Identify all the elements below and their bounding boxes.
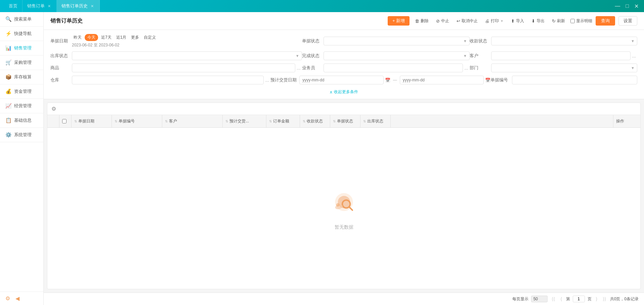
operations-icon: 📈 [5, 103, 11, 109]
date-btn-custom[interactable]: 自定义 [142, 34, 158, 41]
system-icon: ⚙️ [5, 132, 11, 138]
print-btn[interactable]: 🖨 打印 ▼ [483, 17, 506, 25]
calendar-from-icon[interactable]: 📅 [385, 78, 390, 83]
import-btn[interactable]: ⬆ 导入 [509, 17, 526, 25]
out-status-select[interactable] [72, 51, 302, 60]
sort-date-icon[interactable]: ⇅ [74, 119, 77, 123]
sidebar-item-sales[interactable]: 📊 销售管理 [0, 41, 43, 55]
sidebar-settings-btn[interactable]: ⚙ [5, 295, 10, 302]
tab-home[interactable]: 首页 [4, 0, 23, 12]
customer-input[interactable] [491, 51, 631, 60]
date-btn-today[interactable]: 今天 [85, 34, 98, 41]
prev-page-btn[interactable]: ⟨ [559, 296, 563, 302]
salesperson-dots-btn[interactable]: ... [463, 65, 470, 71]
th-out-status: ⇅ 出库状态 [360, 115, 391, 127]
sort-expected-date-icon[interactable]: ⇅ [225, 119, 228, 123]
date-range-display: 2023-06-02 至 2023-06-02 [72, 42, 158, 48]
refresh-btn[interactable]: ↻ 刷新 [550, 17, 567, 25]
cancel-stop-btn[interactable]: ↩ 取消中止 [455, 17, 480, 25]
filter-out-status: 出库状态 ▼ [50, 51, 302, 60]
bill-number-input[interactable] [512, 76, 637, 84]
export-icon: ⬇ [531, 18, 535, 24]
last-page-btn[interactable]: ⟩⟩ [601, 296, 607, 302]
complete-status-select[interactable] [324, 51, 470, 60]
page-size-container: 10 20 50 100 [531, 296, 548, 302]
print-icon: 🖨 [485, 18, 489, 24]
sidebar-item-search[interactable]: 🔍 搜索菜单 [0, 12, 43, 27]
bill-status-select[interactable] [324, 37, 470, 45]
th-bill-no-label: 单据编号 [119, 118, 135, 124]
sort-bill-no-icon[interactable]: ⇅ [115, 119, 117, 123]
sidebar-item-sales-label: 销售管理 [14, 45, 32, 51]
sort-bill-status-icon[interactable]: ⇅ [333, 119, 336, 123]
filter-warehouse: 仓库 ... [50, 76, 270, 84]
tab-sales-order-history-close[interactable]: ✕ [90, 4, 95, 9]
display-toggle-checkbox[interactable] [570, 19, 575, 23]
purchase-icon: 🛒 [5, 60, 11, 66]
next-page-btn[interactable]: ⟩ [594, 296, 599, 302]
salesperson-label: 业务员 [302, 65, 321, 71]
th-payment-status: ⇅ 收款状态 [300, 115, 330, 127]
page-size-select[interactable]: 10 20 50 100 [531, 296, 548, 302]
filter-department: 部门 ▼ [470, 64, 637, 72]
date-btn-last1m[interactable]: 近1月 [115, 34, 128, 41]
page-number-input[interactable] [573, 296, 585, 302]
settings-btn[interactable]: 设置 [618, 16, 637, 26]
th-expected-date-label: 预计交货... [229, 118, 249, 124]
search-icon: 🔍 [5, 16, 11, 22]
goods-dots-btn[interactable]: ... [295, 65, 302, 71]
delete-btn[interactable]: 🗑 删除 [413, 17, 431, 25]
sort-order-amount-icon[interactable]: ⇅ [269, 119, 272, 123]
quick-nav-icon: ⚡ [5, 31, 11, 37]
sidebar-item-basic-info[interactable]: 📋 基础信息 [0, 113, 43, 128]
sidebar-item-inventory-label: 库存核算 [14, 74, 32, 80]
stop-btn[interactable]: ⊘ 中止 [434, 17, 451, 25]
warehouse-dots-btn[interactable]: ... [264, 77, 270, 83]
pagination: 每页显示 10 20 50 100 ⟨⟨ ⟨ 第 页 ⟩ ⟩⟩ 共0页，0条记录 [44, 293, 644, 305]
complete-status-control: ▼ [324, 51, 470, 60]
sort-customer-icon[interactable]: ⇅ [165, 119, 168, 123]
payment-status-select[interactable] [491, 37, 637, 45]
maximize-btn[interactable]: □ [624, 2, 630, 10]
date-btn-yesterday[interactable]: 昨天 [72, 34, 83, 41]
table-body: 暂无数据 [47, 128, 640, 289]
new-btn[interactable]: + 新增 [388, 16, 410, 26]
date-btn-last7[interactable]: 近7天 [99, 34, 113, 41]
export-btn[interactable]: ⬇ 导出 [529, 17, 547, 25]
close-btn[interactable]: ✕ [633, 2, 640, 11]
sidebar-item-inventory[interactable]: 📦 库存核算 [0, 70, 43, 84]
expected-date-to-input[interactable] [400, 76, 484, 84]
sidebar-item-search-label: 搜索菜单 [14, 16, 32, 22]
tab-sales-order-close[interactable]: ✕ [47, 4, 52, 9]
display-toggle: 显示明细 [570, 18, 592, 24]
date-btn-more[interactable]: 更多 [129, 34, 141, 41]
sidebar-item-finance[interactable]: 💰 资金管理 [0, 84, 43, 99]
minimize-btn[interactable]: — [613, 2, 621, 10]
refresh-icon: ↻ [552, 18, 556, 24]
calendar-to-icon[interactable]: 📅 [485, 78, 490, 83]
select-all-checkbox[interactable] [62, 119, 67, 123]
sort-payment-status-icon[interactable]: ⇅ [303, 119, 305, 123]
first-page-btn[interactable]: ⟨⟨ [550, 296, 556, 302]
sidebar-item-quick-nav[interactable]: ⚡ 快捷导航 [0, 27, 43, 41]
tab-sales-order-history[interactable]: 销售订单历史 ✕ [57, 0, 100, 12]
filter-customer: 客户 ... [470, 51, 637, 60]
goods-input[interactable] [72, 64, 295, 72]
expected-date-from-input[interactable] [299, 76, 384, 84]
salesperson-input[interactable] [324, 64, 463, 72]
sidebar-item-system[interactable]: ⚙️ 系统管理 [0, 128, 43, 142]
collapse-row[interactable]: ∧ 收起更多条件 [50, 88, 637, 96]
th-date: ⇅ 单据日期 [72, 115, 112, 127]
filter-date: 单据日期 昨天 今天 近7天 近1月 更多 自定义 2023-06-02 至 2… [50, 34, 302, 48]
sidebar-collapse-btn[interactable]: ◀ [15, 295, 19, 302]
customer-dots-btn[interactable]: ... [631, 53, 637, 59]
sidebar-item-purchase[interactable]: 🛒 采购管理 [0, 55, 43, 70]
date-separator: — [392, 78, 398, 82]
warehouse-input[interactable] [72, 76, 264, 84]
department-select[interactable] [491, 64, 637, 72]
query-btn[interactable]: 查询 [596, 16, 615, 26]
sidebar-item-operations[interactable]: 📈 经营管理 [0, 99, 43, 113]
tab-sales-order[interactable]: 销售订单 ✕ [23, 0, 57, 12]
sort-out-status-icon[interactable]: ⇅ [363, 119, 366, 123]
table-settings-icon[interactable]: ⚙ [51, 106, 56, 112]
